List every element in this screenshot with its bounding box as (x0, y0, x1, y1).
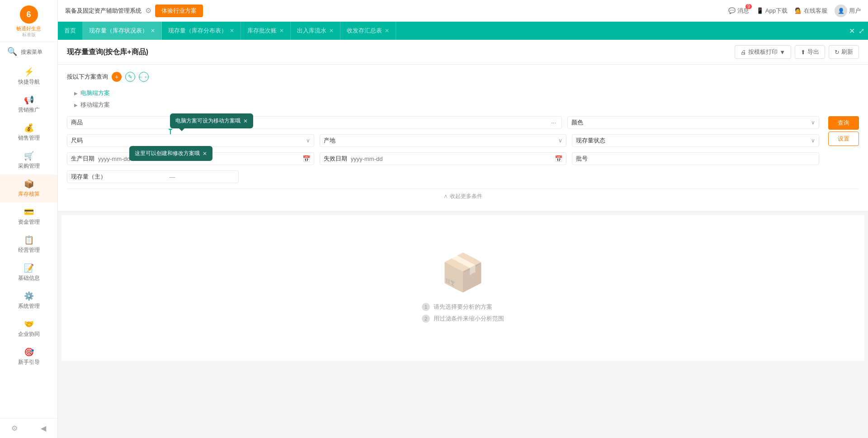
pc-tooltip-close-btn[interactable]: ✕ (243, 118, 248, 124)
tip-number-1: 1 (422, 303, 430, 311)
avatar: 👤 (835, 5, 847, 17)
online-support-btn[interactable]: 💁 在线客服 (795, 7, 827, 15)
scheme-item-label: 电脑端方案 (80, 89, 110, 97)
refresh-btn[interactable]: ↻ 刷新 (829, 45, 859, 59)
header-left: 装备及固定资产辅助管理系统 ⚙ 体验行业方案 (65, 5, 203, 17)
sidebar-item-system[interactable]: ⚙️ 系统管理 (0, 287, 57, 315)
sidebar-item-inventory[interactable]: 📦 库存核算 (0, 174, 57, 203)
batch-no-input[interactable] (591, 155, 815, 162)
exp-date-calendar-icon[interactable]: 📅 (555, 155, 562, 162)
set-btn[interactable]: 设置 (828, 132, 859, 146)
user-btn[interactable]: 👤 用户 (835, 5, 861, 17)
scheme-list: ▶ 电脑端方案 ▶ 移动端方案 (74, 87, 859, 111)
tab-close-inout-flow[interactable]: ✕ (329, 28, 334, 34)
mobile-icon: 📱 (756, 7, 764, 14)
sidebar-item-operation[interactable]: 📋 经营管理 (0, 231, 57, 259)
tip-text-2: 用过滤条件来缩小分析范围 (434, 313, 504, 325)
filter-field-goods[interactable]: 商品 ··· (67, 116, 562, 129)
scheme-item-pc[interactable]: ▶ 电脑端方案 (74, 87, 859, 99)
stock-main-min-input[interactable] (110, 174, 168, 180)
sidebar-item-label: 新手引导 (18, 358, 40, 366)
prod-date-calendar-icon[interactable]: 📅 (302, 155, 310, 162)
message-icon: 💬 (728, 7, 736, 14)
sidebar-item-marketing[interactable]: 📢 营销推广 (0, 90, 57, 118)
filter-batch-no[interactable]: 批号 (572, 152, 819, 165)
filter-exp-date[interactable]: 失效日期 📅 (320, 152, 567, 165)
collapse-sidebar-btn[interactable]: ◀ (41, 424, 46, 433)
sidebar-item-label: 经营管理 (18, 246, 40, 254)
export-btn[interactable]: ⬆ 导出 (795, 45, 825, 59)
scheme-tooltip-close-btn[interactable]: ✕ (203, 151, 207, 157)
filter-field-size[interactable]: 尺码 ∨ (67, 134, 314, 147)
filter-field-stock-status[interactable]: 现存量状态 ∨ (572, 134, 819, 147)
tab-home[interactable]: 首页 (58, 22, 83, 40)
origin-arrow-icon: ∨ (558, 137, 562, 144)
enterprise-icon: 🤝 (24, 319, 34, 329)
sidebar-item-label: 销售管理 (18, 134, 40, 142)
exp-date-input[interactable] (351, 155, 553, 162)
color-arrow-icon: ∨ (811, 119, 815, 126)
dropdown-arrow-icon: ▼ (779, 49, 785, 56)
sidebar-item-finance[interactable]: 💳 资金管理 (0, 203, 57, 231)
app-download-btn[interactable]: 📱 App下载 (756, 7, 788, 15)
support-icon: 💁 (795, 7, 802, 14)
collapse-arrow-icon: ∧ (443, 193, 448, 199)
tab-close-batch-account[interactable]: ✕ (279, 28, 284, 34)
create-scheme-tooltip: 这里可以创建和修改方案哦 ✕ (129, 146, 212, 161)
export-icon: ⬆ (801, 49, 806, 56)
sidebar-item-search[interactable]: 🔍 搜索菜单 (0, 42, 57, 62)
top-header: 装备及固定资产辅助管理系统 ⚙ 体验行业方案 💬 消息 9 📱 App下载 💁 … (58, 0, 868, 22)
scheme-item-mobile[interactable]: ▶ 移动端方案 (74, 99, 859, 111)
tab-bar: 首页 现存量（库存状况表） ✕ 现存量（库存分布表） ✕ 库存批次账 ✕ 出入库… (58, 22, 868, 40)
stock-range-separator: — (170, 174, 175, 180)
system-title: 装备及固定资产辅助管理系统 (65, 7, 142, 15)
scheme-arrow-icon: ▶ (74, 91, 78, 96)
message-btn[interactable]: 💬 消息 9 (728, 7, 749, 15)
message-badge: 9 (745, 4, 752, 9)
scheme-arrow-icon: ▶ (74, 103, 78, 108)
settings-footer-btn[interactable]: ⚙ (11, 424, 18, 433)
tab-inventory-dist[interactable]: 现存量（库存分布表） ✕ (162, 22, 241, 40)
tab-close-inventory-dist[interactable]: ✕ (230, 28, 234, 34)
filter-field-origin[interactable]: 产地 ∨ (320, 134, 567, 147)
sidebar-item-purchase[interactable]: 🛒 采购管理 (0, 146, 57, 174)
sidebar-item-guide[interactable]: 🎯 新手引导 (0, 343, 57, 371)
tab-recv-send[interactable]: 收发存汇总表 ✕ (340, 22, 396, 40)
filter-stock-main[interactable]: 现存量（主） — (67, 170, 239, 183)
template-print-btn[interactable]: 🖨 按模板打印 ▼ (735, 45, 791, 59)
filter-row-2: 尺码 ∨ 产地 ∨ 现存量状态 ∨ (67, 134, 819, 147)
sidebar-item-basic[interactable]: 📝 基础信息 (0, 259, 57, 287)
sidebar-item-quicknav[interactable]: ⚡ 快捷导航 (0, 62, 57, 90)
collapse-bar[interactable]: ∧ 收起更多条件 (67, 188, 859, 204)
user-label: 用户 (849, 7, 861, 15)
tab-inout-flow[interactable]: 出入库流水 ✕ (291, 22, 340, 40)
tab-maximize-btn[interactable]: ⤢ (859, 27, 864, 35)
sidebar-item-label: 搜索菜单 (21, 48, 42, 56)
sidebar-item-sales[interactable]: 💰 销售管理 (0, 118, 57, 146)
tab-close-inventory-status[interactable]: ✕ (151, 28, 155, 34)
tab-close-recv-send[interactable]: ✕ (385, 28, 389, 34)
tab-inventory-status[interactable]: 现存量（库存状况表） ✕ (83, 22, 162, 40)
filter-field-color[interactable]: 颜色 ∨ (567, 116, 819, 129)
filter-arrow-btn[interactable]: ←← (139, 72, 149, 82)
gear-icon[interactable]: ⚙ (145, 6, 151, 15)
sidebar-item-enterprise[interactable]: 🤝 企业协同 (0, 315, 57, 343)
trial-btn[interactable]: 体验行业方案 (155, 5, 203, 17)
online-support-label: 在线客服 (804, 7, 827, 15)
empty-illustration: 📦 (440, 251, 486, 294)
filter-label: 按以下方案查询 (67, 73, 108, 81)
goods-label: 商品 (71, 118, 549, 127)
filter-add-btn[interactable]: + (112, 72, 122, 82)
purchase-icon: 🛒 (24, 151, 34, 161)
sidebar-item-label: 基础信息 (18, 274, 40, 282)
page-actions: 🖨 按模板打印 ▼ ⬆ 导出 ↻ 刷新 (735, 45, 859, 59)
tab-batch-account[interactable]: 库存批次账 ✕ (241, 22, 291, 40)
filter-edit-btn[interactable]: ✎ (125, 72, 135, 82)
filter-header: 按以下方案查询 + ✎ ←← (67, 72, 859, 82)
operation-icon: 📋 (24, 235, 34, 245)
batch-no-label: 批号 (576, 155, 588, 163)
tab-close-all-btn[interactable]: ✕ (849, 27, 855, 35)
prod-date-label: 生产日期 (71, 155, 94, 163)
search-btn[interactable]: 查询 (828, 116, 859, 130)
stock-main-max-input[interactable] (177, 174, 235, 180)
